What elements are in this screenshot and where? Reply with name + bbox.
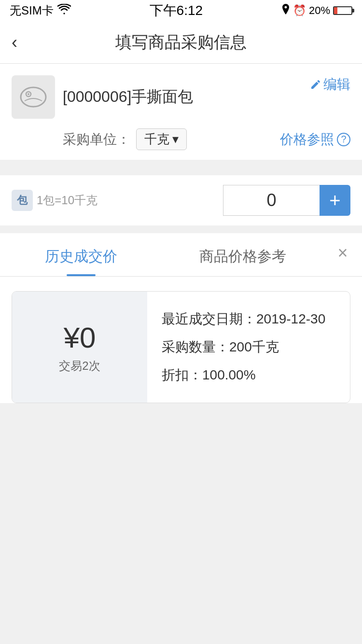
quantity-detail-value: 200千克 (229, 339, 279, 354)
alarm-icon: ⏰ (293, 4, 306, 17)
edit-button[interactable]: 编辑 (310, 75, 350, 94)
price-amount: ¥0 (64, 321, 96, 354)
price-card-left: ¥0 交易2次 (12, 292, 147, 403)
price-quantity: 采购数量：200千克 (162, 337, 335, 357)
unit-selector[interactable]: 千克 ▾ (136, 128, 187, 150)
quantity-input[interactable]: 0 (223, 185, 320, 216)
purchase-unit-row: 采购单位： 千克 ▾ 价格参照 ? (12, 128, 350, 150)
quantity-plus-button[interactable]: + (320, 185, 350, 216)
price-ref-label: 价格参照 (280, 130, 334, 149)
dropdown-arrow-icon: ▾ (172, 132, 179, 147)
discount-value: 100.00% (202, 367, 256, 382)
discount-label: 折扣： (162, 367, 202, 382)
recent-date-value: 2019-12-30 (256, 311, 325, 326)
tabs-header: 历史成交价 商品价格参考 × (0, 233, 362, 277)
unit-label: 包 (17, 193, 28, 208)
price-ref-button[interactable]: 价格参照 ? (280, 130, 350, 149)
quantity-value: 0 (266, 190, 276, 210)
battery-label: 20% (309, 4, 330, 17)
quantity-section: 包 1包=10千克 0 + (0, 175, 362, 225)
price-discount: 折扣：100.00% (162, 365, 335, 385)
recent-date-label: 最近成交日期： (162, 311, 256, 326)
divider (0, 168, 362, 175)
tab2-label: 商品价格参考 (199, 248, 286, 264)
status-left: 无SIM卡 (10, 3, 71, 18)
battery-icon (333, 6, 352, 15)
tab-product-price-ref[interactable]: 商品价格参考 (162, 233, 323, 276)
tab-history-price[interactable]: 历史成交价 (0, 233, 162, 276)
price-card-right: 最近成交日期：2019-12-30 采购数量：200千克 折扣：100.00% (147, 292, 350, 403)
tab1-label: 历史成交价 (45, 248, 117, 264)
edit-label: 编辑 (323, 75, 350, 94)
tabs-close-button[interactable]: × (323, 243, 362, 267)
unit-conversion: 1包=10千克 (37, 193, 97, 208)
price-card: ¥0 交易2次 最近成交日期：2019-12-30 采购数量：200千克 折扣：… (12, 291, 350, 403)
status-right: ⏰ 20% (281, 4, 352, 17)
quantity-input-row: 0 + (223, 185, 350, 216)
quantity-label: 包 1包=10千克 (12, 190, 97, 211)
price-trades: 交易2次 (59, 358, 100, 374)
quantity-label-text: 采购数量： (162, 339, 229, 354)
status-bar: 无SIM卡 下午6:12 ⏰ 20% (0, 0, 362, 21)
purchase-unit-left: 采购单位： 千克 ▾ (63, 128, 187, 150)
back-button[interactable]: ‹ (12, 32, 17, 53)
help-icon: ? (337, 133, 350, 146)
product-left: [0000006]手撕面包 (12, 75, 193, 119)
product-image (12, 75, 55, 119)
page-title: 填写商品采购信息 (115, 31, 247, 54)
carrier-label: 无SIM卡 (10, 3, 54, 18)
product-top: [0000006]手撕面包 编辑 (12, 75, 350, 119)
wifi-icon (57, 4, 71, 17)
product-name: [0000006]手撕面包 (63, 86, 193, 108)
purchase-unit-label: 采购单位： (63, 130, 130, 149)
tabs-section: 历史成交价 商品价格参考 × ¥0 交易2次 最近成交日期：2019-12-30… (0, 233, 362, 403)
product-section: [0000006]手撕面包 编辑 采购单位： 千克 ▾ 价格参照 ? (0, 64, 362, 160)
svg-point-0 (21, 87, 46, 107)
unit-icon-box: 包 (12, 190, 33, 211)
nav-bar: ‹ 填写商品采购信息 (0, 21, 362, 64)
unit-value: 千克 (144, 131, 169, 148)
price-recent-date: 最近成交日期：2019-12-30 (162, 309, 335, 329)
svg-point-2 (28, 93, 29, 95)
location-icon (281, 4, 290, 17)
status-time: 下午6:12 (150, 1, 203, 20)
